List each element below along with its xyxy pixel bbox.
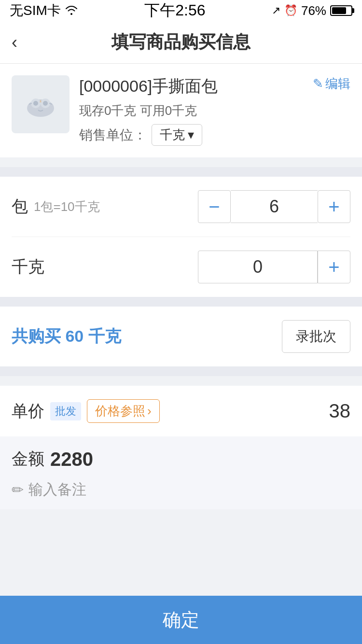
section-divider-3 bbox=[0, 366, 362, 376]
bao-minus-button[interactable]: − bbox=[198, 190, 231, 223]
section-divider-1 bbox=[0, 167, 362, 177]
price-ref-button[interactable]: 价格参照 › bbox=[87, 399, 160, 423]
edit-button[interactable]: ✎ 编辑 bbox=[313, 75, 350, 92]
total-amount: 60 bbox=[65, 327, 84, 345]
section-divider-2 bbox=[0, 297, 362, 307]
qianke-qty-control: + bbox=[198, 251, 350, 283]
svg-point-3 bbox=[33, 101, 38, 106]
amount-label: 金额 bbox=[12, 448, 44, 470]
unit-selector[interactable]: 千克 ▾ bbox=[152, 124, 202, 146]
amount-section: 金额 2280 ✏ 输入备注 bbox=[0, 436, 362, 509]
product-thumbnail bbox=[12, 75, 70, 133]
bao-qty-input[interactable] bbox=[231, 190, 318, 223]
product-info: [0000006]手撕面包 ✎ 编辑 现存0千克 可用0千克 销售单位： 千克 … bbox=[79, 75, 350, 146]
total-text: 共购买 60 千克 bbox=[12, 325, 121, 348]
batch-button[interactable]: 录批次 bbox=[282, 320, 350, 353]
qianke-row: 千克 + bbox=[12, 237, 350, 297]
product-stock: 现存0千克 可用0千克 bbox=[79, 102, 350, 119]
status-bar: 无SIM卡 下午2:56 ↗ ⏰ 76% bbox=[0, 0, 362, 21]
wifi-icon bbox=[65, 3, 78, 18]
alarm-icon: ⏰ bbox=[284, 4, 297, 17]
carrier-label: 无SIM卡 bbox=[10, 1, 61, 20]
remark-placeholder: 输入备注 bbox=[28, 480, 86, 500]
bao-label: 包 1包=10千克 bbox=[12, 196, 100, 218]
pencil-icon: ✏ bbox=[12, 481, 24, 498]
price-tag-pifa: 批发 bbox=[50, 402, 81, 420]
battery-icon bbox=[330, 5, 352, 16]
unit-label: 销售单位： bbox=[79, 126, 147, 144]
bao-row: 包 1包=10千克 − + bbox=[12, 177, 350, 237]
location-icon: ↗ bbox=[272, 4, 280, 17]
remark-row[interactable]: ✏ 输入备注 bbox=[12, 480, 350, 509]
time-label: 下午2:56 bbox=[144, 0, 205, 21]
page-title: 填写商品购买信息 bbox=[111, 30, 251, 54]
product-name: [0000006]手撕面包 bbox=[79, 75, 218, 98]
status-right: ↗ ⏰ 76% bbox=[272, 3, 352, 18]
price-section: 单价 批发 价格参照 › 38 bbox=[0, 386, 362, 436]
back-button[interactable]: ‹ bbox=[12, 32, 17, 53]
confirm-button[interactable]: 确定 bbox=[0, 596, 362, 644]
chevron-right-icon: › bbox=[147, 404, 152, 419]
svg-point-4 bbox=[43, 101, 48, 106]
battery-percent: 76% bbox=[301, 3, 326, 18]
status-left: 无SIM卡 bbox=[10, 1, 78, 20]
product-unit-row: 销售单位： 千克 ▾ bbox=[79, 124, 350, 146]
product-card: [0000006]手撕面包 ✎ 编辑 现存0千克 可用0千克 销售单位： 千克 … bbox=[0, 64, 362, 157]
nav-bar: ‹ 填写商品购买信息 bbox=[0, 21, 362, 64]
price-left: 单价 批发 价格参照 › bbox=[12, 399, 160, 423]
bao-plus-button[interactable]: + bbox=[318, 190, 350, 223]
price-label: 单价 bbox=[12, 400, 44, 422]
price-value: 38 bbox=[329, 400, 351, 422]
total-row: 共购买 60 千克 录批次 bbox=[0, 307, 362, 366]
amount-row: 金额 2280 bbox=[12, 448, 350, 470]
amount-value: 2280 bbox=[50, 448, 93, 470]
input-section: 包 1包=10千克 − + 千克 + bbox=[0, 177, 362, 297]
bao-qty-control: − + bbox=[198, 190, 350, 223]
edit-icon: ✎ bbox=[313, 76, 323, 91]
qianke-plus-button[interactable]: + bbox=[318, 251, 350, 283]
qianke-label: 千克 bbox=[12, 256, 44, 278]
chevron-down-icon: ▾ bbox=[188, 127, 194, 142]
bao-sub-label: 1包=10千克 bbox=[34, 198, 100, 215]
qianke-qty-input[interactable] bbox=[198, 251, 318, 283]
